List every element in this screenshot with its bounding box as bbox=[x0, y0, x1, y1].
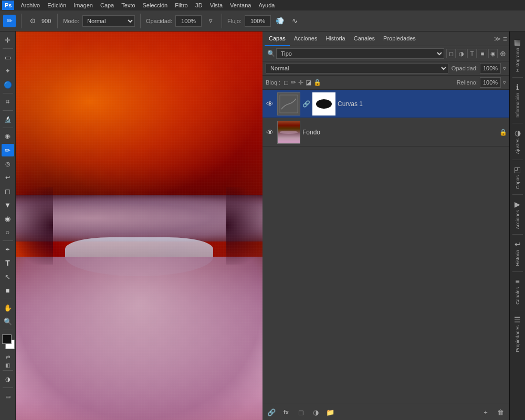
foreground-color[interactable] bbox=[2, 334, 12, 344]
fill-value-input[interactable] bbox=[480, 77, 501, 88]
smoothing-icon[interactable]: ∿ bbox=[289, 15, 300, 27]
mode-select[interactable]: Normal Multiplicar Pantalla Superposició… bbox=[82, 15, 135, 27]
add-mask-icon[interactable]: ◻ bbox=[295, 406, 307, 418]
flow-input[interactable] bbox=[245, 15, 271, 27]
mask-ellipse bbox=[316, 99, 332, 109]
clone-tool[interactable]: ◎ bbox=[2, 158, 14, 170]
dodge-tool[interactable]: ○ bbox=[2, 226, 14, 238]
panel-capas-right[interactable]: ◰ Capas bbox=[510, 161, 525, 193]
airbrush-icon[interactable]: 💨 bbox=[274, 15, 286, 27]
panel-propiedades[interactable]: ☰ Propiedades bbox=[510, 311, 525, 356]
eraser-tool[interactable]: ◻ bbox=[2, 185, 14, 197]
layers-bottom-bar: 🔗 fx ◻ ◑ 📁 + 🗑 bbox=[262, 404, 509, 420]
brush-tool-icon[interactable]: ✏ bbox=[3, 15, 16, 27]
menu-3d[interactable]: 3D bbox=[192, 1, 206, 10]
new-layer-icon[interactable]: + bbox=[480, 406, 491, 418]
filter-adjustment-icon[interactable]: ◑ bbox=[457, 49, 466, 58]
panel-historia[interactable]: ↩ Historia bbox=[510, 236, 525, 270]
panel-canales[interactable]: ≡ Canales bbox=[510, 273, 525, 309]
canvas-area[interactable] bbox=[16, 32, 262, 420]
new-group-icon[interactable]: 📁 bbox=[324, 406, 336, 418]
default-colors-icon[interactable]: ◧ bbox=[5, 362, 10, 368]
tab-propiedades[interactable]: Propiedades bbox=[379, 32, 420, 46]
opacity-input[interactable] bbox=[175, 15, 202, 27]
delete-layer-icon[interactable]: 🗑 bbox=[495, 406, 506, 418]
main-area: ✛ ▭ ⌖ 🔵 ⌗ 🔬 ✙ ✏ ◎ ↩ ◻ ▼ ◉ ○ ✒ T ↖ ■ ✋ 🔍 … bbox=[0, 32, 525, 420]
pen-tool[interactable]: ✒ bbox=[2, 243, 14, 256]
opacity-value-input[interactable] bbox=[480, 63, 501, 74]
swap-colors-icon[interactable]: ⇄ bbox=[6, 354, 10, 360]
blend-mode-select[interactable]: Normal Multiplicar Pantalla bbox=[266, 63, 448, 74]
lock-transparent-icon[interactable]: ◻ bbox=[284, 79, 289, 86]
filter-smart-icon[interactable]: ◉ bbox=[488, 49, 498, 58]
menu-texto[interactable]: Texto bbox=[118, 1, 138, 10]
quick-mask-tool[interactable]: ◑ bbox=[2, 373, 14, 385]
rect-select-tool[interactable]: ▭ bbox=[2, 51, 14, 64]
fill-arrow[interactable]: ▿ bbox=[503, 79, 506, 86]
layer-name-curvas1: Curvas 1 bbox=[338, 100, 507, 108]
panel-informacion[interactable]: ℹ Información bbox=[510, 79, 525, 122]
lock-all-icon[interactable]: 🔒 bbox=[313, 79, 321, 86]
menu-archivo[interactable]: Archivo bbox=[17, 1, 43, 10]
quick-select-tool[interactable]: 🔵 bbox=[2, 78, 14, 91]
tool-sep-3 bbox=[3, 110, 13, 111]
panel-close-button[interactable]: ≡ bbox=[503, 35, 507, 43]
panel-ajustes[interactable]: ◑ Ajustes bbox=[510, 124, 525, 159]
filter-type-select[interactable]: Tipo bbox=[276, 48, 444, 59]
layer-visibility-curvas1[interactable]: 👁 bbox=[265, 99, 275, 109]
lasso-tool[interactable]: ⌖ bbox=[2, 65, 14, 77]
panel-histograma[interactable]: ▦ Histograma bbox=[510, 34, 525, 76]
screen-mode-tool[interactable]: ▭ bbox=[2, 390, 14, 403]
layer-effects-icon[interactable]: fx bbox=[280, 406, 292, 418]
menu-filtro[interactable]: Filtro bbox=[172, 1, 191, 10]
menu-edicion[interactable]: Edición bbox=[44, 1, 69, 10]
eyedropper-tool[interactable]: 🔬 bbox=[2, 113, 14, 125]
type-tool[interactable]: T bbox=[2, 257, 14, 269]
zoom-tool[interactable]: 🔍 bbox=[2, 315, 14, 328]
opacity-arrow[interactable]: ▿ bbox=[503, 65, 506, 72]
menu-ayuda[interactable]: Ayuda bbox=[255, 1, 278, 10]
tab-canales[interactable]: Canales bbox=[350, 32, 379, 46]
layer-visibility-fondo[interactable]: 👁 bbox=[265, 127, 275, 138]
right-panel-sep-4 bbox=[512, 194, 523, 195]
filter-shape-icon[interactable]: ■ bbox=[478, 49, 487, 58]
shape-tool[interactable]: ■ bbox=[2, 284, 14, 297]
layer-row-curvas1[interactable]: 👁 🔗 Curvas 1 bbox=[262, 90, 509, 118]
texture-overlay bbox=[16, 32, 262, 420]
lock-artboard-icon[interactable]: ◪ bbox=[306, 79, 311, 86]
filter-type-icon[interactable]: T bbox=[467, 49, 477, 58]
canvas-image bbox=[16, 32, 262, 420]
menu-ventana[interactable]: Ventana bbox=[227, 1, 254, 10]
path-select-tool[interactable]: ↖ bbox=[2, 270, 14, 283]
layers-search-row: 🔍 Tipo ◻ ◑ T ■ ◉ ⊕ bbox=[262, 46, 509, 61]
link-layers-icon[interactable]: 🔗 bbox=[266, 406, 277, 418]
lock-position-icon[interactable]: ✛ bbox=[298, 79, 303, 86]
lock-icons: ◻ ✏ ✛ ◪ 🔒 bbox=[284, 79, 321, 86]
move-tool[interactable]: ✛ bbox=[2, 34, 14, 46]
menu-seleccion[interactable]: Selección bbox=[140, 1, 171, 10]
layer-row-fondo[interactable]: 👁 Fondo 🔒 bbox=[262, 118, 509, 146]
opacity-toggle-icon[interactable]: ▿ bbox=[205, 15, 216, 27]
panel-expand-button[interactable]: ≫ bbox=[494, 35, 501, 43]
filter-pixel-icon[interactable]: ◻ bbox=[446, 49, 456, 58]
tab-historia[interactable]: Historia bbox=[321, 32, 349, 46]
menu-imagen[interactable]: Imagen bbox=[70, 1, 96, 10]
tab-acciones[interactable]: Acciones bbox=[290, 32, 322, 46]
menu-vista[interactable]: Vista bbox=[207, 1, 226, 10]
adjustment-layer-icon[interactable]: ◑ bbox=[310, 406, 321, 418]
tab-capas[interactable]: Capas bbox=[265, 32, 290, 46]
canales-label: Canales bbox=[515, 287, 520, 304]
heal-tool[interactable]: ✙ bbox=[2, 130, 14, 143]
fill-tool[interactable]: ▼ bbox=[2, 198, 14, 211]
history-brush-tool[interactable]: ↩ bbox=[2, 171, 14, 184]
crop-tool[interactable]: ⌗ bbox=[2, 96, 14, 108]
blur-tool[interactable]: ◉ bbox=[2, 212, 14, 225]
filter-toggle[interactable]: ⊕ bbox=[500, 49, 506, 58]
panel-acciones[interactable]: ▶ Acciones bbox=[510, 196, 525, 234]
historia-icon: ↩ bbox=[514, 240, 521, 248]
menu-capa[interactable]: Capa bbox=[97, 1, 117, 10]
brush-size-icon[interactable]: ⊙ bbox=[27, 15, 38, 27]
hand-tool[interactable]: ✋ bbox=[2, 301, 14, 314]
lock-pixels-icon[interactable]: ✏ bbox=[291, 79, 296, 86]
brush-tool[interactable]: ✏ bbox=[2, 144, 14, 156]
